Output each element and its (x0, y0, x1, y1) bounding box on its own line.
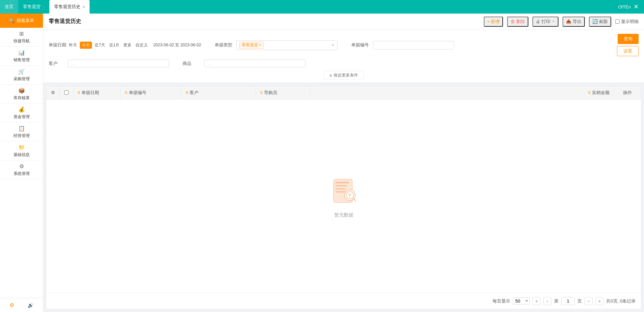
export-icon: 📤 (566, 19, 571, 24)
show-detail-checkbox-area[interactable]: 显示明细 (615, 19, 639, 25)
set-button[interactable]: 设置 (617, 46, 639, 56)
topbar-close-icon[interactable]: ✕ (634, 3, 639, 10)
customer-filter-input[interactable]: ... (68, 60, 169, 67)
header-actions: + 新增 🗑 删除 🖨 打印 ▼ 📤 导出 🔄 刷新 (484, 17, 639, 27)
sidebar-item-basic-info[interactable]: 📁 基础信息 (0, 141, 43, 160)
th-num[interactable]: ⇅ 单据编号 (121, 86, 182, 99)
date-opt-custom[interactable]: 自定义 (134, 42, 149, 49)
settings-icon[interactable]: ⚙ (9, 302, 14, 308)
customer-placeholder: ... (71, 61, 74, 66)
empty-state: ? 暂无数据 (46, 99, 641, 293)
empty-illustration: ? (327, 174, 361, 208)
empty-text: 暂无数据 (334, 212, 353, 218)
svg-rect-2 (335, 185, 347, 186)
refresh-button[interactable]: 🔄 刷新 (589, 17, 611, 27)
th-check[interactable] (60, 86, 73, 99)
volume-icon[interactable]: 🔊 (28, 303, 33, 308)
show-detail-checkbox[interactable] (615, 19, 620, 24)
sidebar-item-label: 库存核算 (14, 95, 30, 101)
date-opt-1month[interactable]: 近1月 (108, 42, 121, 49)
svg-rect-3 (335, 188, 345, 190)
retail-return-history-tab-close[interactable]: × (82, 5, 85, 9)
per-page-select[interactable]: 10 20 50 100 (513, 297, 530, 305)
retail-return-tab-label: 零售退货 (23, 4, 41, 10)
filter-area: 单据日期 昨天 今天 近7天 近1月 更多 自定义 2023-06-02 至 2… (43, 30, 644, 83)
date-opt-more[interactable]: 更多 (122, 42, 133, 49)
sys-mgmt-icon: ⚙ (18, 163, 25, 170)
sort-icon: ⇅ (260, 91, 263, 94)
sidebar-item-label: 经营管理 (14, 133, 30, 139)
tab-retail-return-history[interactable]: 零售退货历史 × (49, 0, 89, 14)
sidebar-item-sales-mgmt[interactable]: 📊 销售管理 (0, 47, 43, 66)
content-area: 零售退货历史 + 新增 🗑 删除 🖨 打印 ▼ 📤 导出 🔄 (43, 14, 644, 312)
th-amount[interactable]: ⇅ 实销金额 (310, 86, 614, 99)
date-opt-yesterday[interactable]: 昨天 (68, 42, 78, 49)
table-wrapper: ⚙ ⇅ 单据日期 ⇅ 单据编号 ⇅ 客户 ⇅ (46, 86, 641, 309)
print-icon: 🖨 (536, 19, 540, 24)
customer-filter-label: 客户 (49, 61, 68, 67)
tab-retail-return[interactable]: 零售退货 × (18, 0, 49, 14)
page-input[interactable] (561, 297, 575, 305)
retail-return-history-tab-label: 零售退货历史 (54, 4, 80, 10)
sidebar-item-ops-mgmt[interactable]: 📋 经营管理 (0, 122, 43, 141)
sidebar: 🔍 搜索菜单 ⊞ 快捷导航 📊 销售管理 🛒 采购管理 📦 库存核算 💰 资金管… (0, 14, 43, 312)
page-label: 第 (554, 298, 558, 304)
chevron-up-icon: ∧ (329, 73, 332, 78)
topbar-brand: OfTEn ✕ (618, 3, 644, 10)
export-button[interactable]: 📤 导出 (563, 17, 585, 27)
svg-rect-1 (335, 182, 349, 183)
svg-text:?: ? (349, 193, 351, 198)
table-header: ⚙ ⇅ 单据日期 ⇅ 单据编号 ⇅ 客户 ⇅ (46, 86, 641, 99)
sort-icon: ⇅ (186, 91, 188, 94)
type-filter-input[interactable]: 零售退货 × ▼ (236, 40, 338, 50)
sidebar-item-label: 快捷导航 (14, 38, 30, 44)
type-tag-close[interactable]: × (259, 43, 261, 47)
delete-icon: 🗑 (510, 19, 515, 24)
search-icon: 🔍 (9, 18, 15, 23)
home-tab-label: 首页 (5, 4, 14, 10)
ops-mgmt-icon: 📋 (18, 125, 25, 132)
last-page-button[interactable]: » (595, 297, 603, 305)
page-unit: 页 (577, 298, 582, 304)
select-all-checkbox[interactable] (64, 90, 69, 95)
per-page-label: 每页显示 (493, 298, 510, 304)
query-button[interactable]: 查询 (618, 34, 639, 44)
main-layout: 🔍 搜索菜单 ⊞ 快捷导航 📊 销售管理 🛒 采购管理 📦 库存核算 💰 资金管… (0, 14, 644, 312)
delete-button[interactable]: 🗑 删除 (507, 17, 528, 27)
new-button[interactable]: + 新增 (484, 17, 503, 27)
th-date[interactable]: ⇅ 单据日期 (73, 86, 121, 99)
tab-home[interactable]: 首页 (0, 0, 18, 14)
sidebar-item-label: 采购管理 (14, 76, 30, 82)
retail-return-tab-close[interactable]: × (43, 5, 45, 9)
th-guide[interactable]: ⇅ 导购员 (256, 86, 310, 99)
sidebar-item-sys-mgmt[interactable]: ⚙ 系统管理 (0, 160, 43, 179)
filter-row-customer: 客户 ... 商品 ... (49, 60, 639, 67)
top-bar: 首页 零售退货 × 零售退货历史 × OfTEn ✕ (0, 0, 644, 14)
print-button[interactable]: 🖨 打印 ▼ (532, 17, 558, 27)
sidebar-search-label: 搜索菜单 (17, 18, 34, 24)
filter-row-date: 单据日期 昨天 今天 近7天 近1月 更多 自定义 2023-06-02 至 2… (49, 34, 639, 56)
first-page-button[interactable]: « (532, 297, 541, 305)
th-customer[interactable]: ⇅ 客户 (182, 86, 256, 99)
sidebar-search[interactable]: 🔍 搜索菜单 (0, 14, 43, 28)
prev-page-button[interactable]: ‹ (543, 297, 551, 305)
sidebar-item-quick-nav[interactable]: ⊞ 快捷导航 (0, 28, 43, 47)
total-label: 共0页, 0条记录 (606, 298, 636, 304)
goods-filter-label: 商品 (183, 61, 201, 67)
date-options: 昨天 今天 近7天 近1月 更多 自定义 (68, 42, 149, 49)
voucher-input[interactable] (373, 41, 454, 49)
sidebar-item-stock-check[interactable]: 📦 库存核算 (0, 85, 43, 104)
voucher-filter-label: 单据编号 (351, 42, 370, 48)
th-settings[interactable]: ⚙ (46, 86, 60, 99)
sort-icon: ⇅ (77, 91, 80, 94)
sidebar-item-finance-mgmt[interactable]: 💰 资金管理 (0, 104, 43, 122)
date-opt-today[interactable]: 今天 (80, 42, 92, 49)
date-range-display: 2023-06-02 至 2023-06-02 (153, 42, 201, 48)
next-page-button[interactable]: › (585, 297, 593, 305)
collapse-button[interactable]: ∧ 收起更多条件 (324, 71, 364, 80)
date-opt-7days[interactable]: 近7天 (93, 42, 106, 49)
sidebar-item-purchase-mgmt[interactable]: 🛒 采购管理 (0, 66, 43, 85)
sidebar-bottom: ⚙ 🔊 (0, 298, 43, 312)
goods-filter-input[interactable]: ... (204, 60, 306, 67)
page-title: 零售退货历史 (49, 18, 484, 25)
